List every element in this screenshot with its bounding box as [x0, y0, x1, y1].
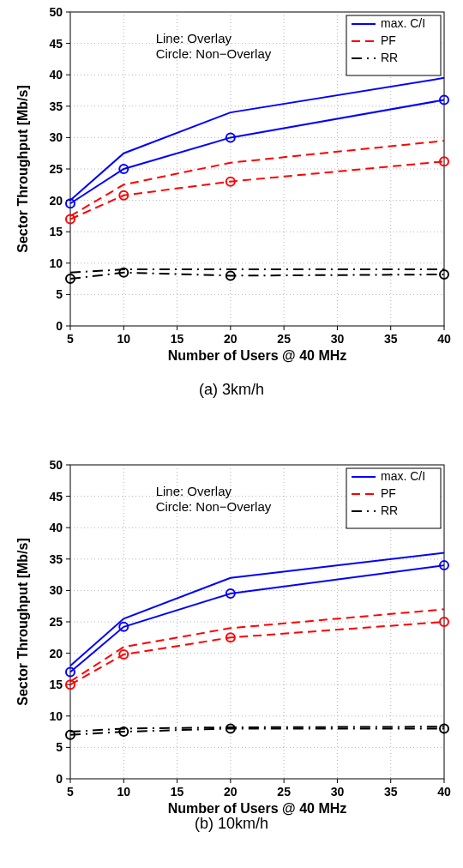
legend-label: RR — [381, 51, 398, 64]
svg-text:10: 10 — [117, 332, 130, 346]
svg-text:10: 10 — [49, 709, 63, 723]
svg-text:50: 50 — [49, 5, 63, 19]
svg-text:30: 30 — [49, 130, 63, 144]
svg-text:20: 20 — [49, 194, 63, 208]
svg-text:25: 25 — [49, 615, 63, 629]
svg-text:15: 15 — [171, 332, 184, 346]
chart-a: 51015202530354005101520253035404550Numbe… — [10, 3, 453, 412]
svg-text:0: 0 — [56, 319, 63, 333]
svg-text:15: 15 — [49, 225, 63, 238]
svg-text:25: 25 — [277, 332, 291, 346]
y-axis-label: Sector Throughput [Mb/s] — [15, 538, 30, 706]
svg-text:50: 50 — [49, 458, 63, 472]
annotation-line: Line: Overlay — [156, 484, 232, 498]
legend-label: PF — [381, 486, 396, 500]
svg-text:20: 20 — [49, 647, 63, 660]
svg-text:5: 5 — [67, 332, 74, 346]
x-axis-label: Number of Users @ 40 MHz — [168, 348, 347, 363]
svg-text:45: 45 — [49, 37, 63, 51]
svg-text:40: 40 — [49, 521, 63, 534]
svg-text:40: 40 — [437, 785, 451, 799]
svg-text:25: 25 — [277, 785, 291, 799]
svg-text:5: 5 — [56, 740, 63, 754]
svg-text:10: 10 — [49, 256, 63, 270]
y-axis-label: Sector Throughput [Mb/s] — [15, 85, 30, 253]
chart-b: 51015202530354005101520253035404550Numbe… — [10, 456, 453, 865]
legend-label: RR — [381, 503, 398, 517]
annotation-line: Circle: Non−Overlay — [156, 499, 272, 514]
annotation-line: Line: Overlay — [156, 31, 232, 45]
svg-text:15: 15 — [171, 785, 184, 799]
svg-text:10: 10 — [117, 785, 130, 799]
svg-text:40: 40 — [49, 68, 63, 81]
x-axis-label: Number of Users @ 40 MHz — [168, 801, 347, 816]
svg-text:45: 45 — [49, 490, 63, 503]
svg-text:35: 35 — [49, 552, 63, 566]
legend-label: max. C/I — [381, 469, 425, 483]
svg-text:30: 30 — [331, 785, 345, 799]
svg-text:25: 25 — [49, 162, 63, 176]
caption-b: (b) 10km/h — [10, 815, 453, 833]
annotation-line: Circle: Non−Overlay — [156, 46, 272, 61]
caption-a: (a) 3km/h — [10, 381, 453, 399]
svg-text:35: 35 — [49, 99, 63, 113]
svg-text:5: 5 — [67, 785, 74, 799]
svg-text:5: 5 — [56, 287, 63, 301]
svg-text:30: 30 — [331, 332, 345, 346]
svg-text:15: 15 — [49, 678, 63, 691]
svg-text:0: 0 — [56, 772, 63, 786]
legend-label: max. C/I — [381, 16, 425, 30]
svg-text:20: 20 — [224, 785, 238, 799]
chart-a-svg: 51015202530354005101520253035404550Numbe… — [10, 3, 453, 374]
page: { "chart_data": [ { "id": "a", "type": "… — [0, 0, 463, 868]
chart-b-svg: 51015202530354005101520253035404550Numbe… — [10, 456, 453, 827]
svg-text:35: 35 — [384, 785, 398, 799]
svg-text:20: 20 — [224, 332, 238, 346]
svg-text:30: 30 — [49, 583, 63, 597]
legend-label: PF — [381, 33, 396, 47]
svg-text:35: 35 — [384, 332, 398, 346]
svg-text:40: 40 — [437, 332, 451, 346]
